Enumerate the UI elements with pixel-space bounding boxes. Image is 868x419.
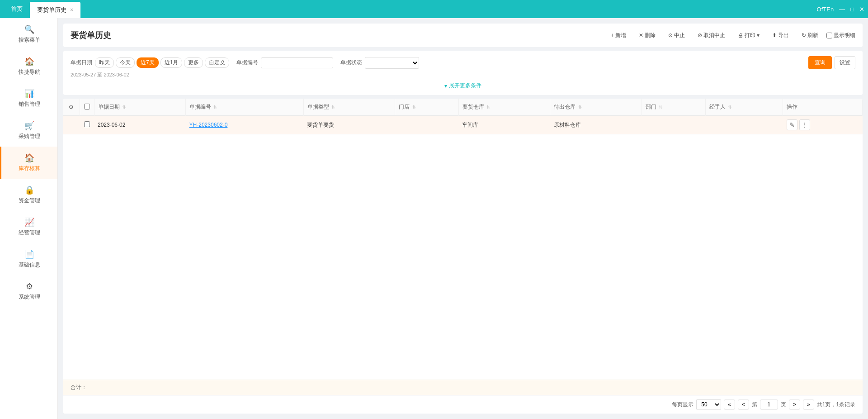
date-range-display: 2023-05-27 至 2023-06-02: [71, 71, 855, 78]
filter-status: 单据状态: [340, 57, 419, 69]
close-tab-icon[interactable]: ×: [70, 7, 73, 13]
print-dropdown-icon: ▾: [757, 32, 760, 38]
row-more-btn[interactable]: ⋮: [799, 119, 810, 130]
settings-button[interactable]: 设置: [835, 56, 855, 69]
date-filter-label: 单据日期: [71, 59, 92, 67]
operation-icon: 📈: [24, 217, 34, 227]
date-btn-7days[interactable]: 近7天: [137, 57, 159, 68]
main-layout: 🔍 搜索菜单 🏠 快捷导航 📊 销售管理 🛒 采购管理 🏠 库存核算 🔒 资金管…: [0, 18, 868, 419]
table-row: 2023-06-02 YH-20230602-0 要货单要货 车间库 原材料仓库: [63, 116, 863, 134]
filter-date: 单据日期 昨天 今天 近7天 近1月 更多 自定义: [71, 57, 229, 68]
sidebar-item-quick-nav[interactable]: 🏠 快捷导航: [0, 50, 57, 82]
sort-store-icon: ⇅: [412, 105, 416, 110]
sidebar-label-system: 系统管理: [19, 293, 40, 301]
top-bar-right: OfTEn — □ ✕: [817, 6, 864, 13]
col-settings: ⚙: [63, 99, 80, 116]
sidebar-item-finance[interactable]: 🔒 资金管理: [0, 179, 57, 211]
window-close-icon[interactable]: ✕: [859, 6, 864, 13]
sidebar-label-search-menu: 搜索菜单: [19, 36, 40, 44]
row-settings: [63, 116, 80, 134]
row-doc-date: 2023-06-02: [94, 116, 186, 134]
date-btn-1month[interactable]: 近1月: [160, 57, 183, 68]
row-handler: [705, 116, 783, 134]
print-button[interactable]: 🖨 打印 ▾: [733, 29, 764, 42]
sidebar-label-operation: 经营管理: [19, 229, 40, 237]
page-label: 第: [752, 401, 757, 409]
row-edit-btn[interactable]: ✎: [787, 119, 797, 130]
first-page-btn[interactable]: «: [724, 400, 735, 409]
sort-dept-icon: ⇅: [659, 105, 662, 110]
col-store: 门店 ⇅: [395, 99, 459, 116]
sidebar-label-inventory: 库存核算: [19, 165, 40, 172]
refresh-button[interactable]: ↻ 刷新: [797, 29, 823, 42]
status-select[interactable]: [365, 57, 419, 69]
query-area: 查询 设置: [808, 56, 855, 69]
page-number-input[interactable]: [760, 400, 778, 409]
per-page-label: 每页显示: [672, 401, 693, 409]
tab-active[interactable]: 要货单历史 ×: [30, 2, 80, 18]
row-operations: ✎ ⋮: [783, 116, 863, 134]
sidebar-item-purchase[interactable]: 🛒 采购管理: [0, 114, 57, 147]
sales-icon: 📊: [24, 89, 34, 99]
print-icon: 🖨: [738, 32, 743, 38]
sidebar-item-inventory[interactable]: 🏠 库存核算: [0, 147, 57, 179]
doc-no-label: 单据编号: [236, 59, 258, 67]
row-checkbox[interactable]: [84, 121, 90, 127]
basic-info-icon: 📄: [24, 249, 34, 259]
doc-no-input[interactable]: [261, 57, 333, 68]
col-doc-no: 单据编号 ⇅: [186, 99, 304, 116]
sidebar-item-search-menu[interactable]: 🔍 搜索菜单: [0, 18, 57, 50]
cancel-suspend-button[interactable]: ⊘ 取消中止: [693, 29, 730, 42]
row-doc-type: 要货单要货: [303, 116, 395, 134]
maximize-icon[interactable]: □: [850, 6, 854, 13]
sidebar-label-quick-nav: 快捷导航: [19, 68, 40, 76]
status-label: 单据状态: [340, 59, 362, 67]
delete-icon: ✕: [639, 32, 643, 38]
query-button[interactable]: 查询: [808, 56, 832, 69]
show-detail-checkbox[interactable]: [826, 33, 832, 38]
prev-page-btn[interactable]: <: [738, 400, 749, 409]
content-area: 要货单历史 + 新增 ✕ 删除 ⊘ 中止 ⊘ 取消中止 🖨 打印: [58, 18, 868, 419]
date-btn-today[interactable]: 今天: [116, 57, 135, 68]
row-department: [642, 116, 705, 134]
filter-area: 单据日期 昨天 今天 近7天 近1月 更多 自定义 单据编号: [63, 51, 863, 95]
row-store: [395, 116, 459, 134]
filter-row: 单据日期 昨天 今天 近7天 近1月 更多 自定义 单据编号: [71, 56, 855, 69]
date-btn-more[interactable]: 更多: [184, 57, 203, 68]
page-suffix: 页: [781, 401, 786, 409]
expand-icon: ▾: [444, 83, 447, 89]
date-btn-custom[interactable]: 自定义: [205, 57, 229, 68]
show-detail-toggle[interactable]: 显示明细: [826, 32, 855, 39]
export-button[interactable]: ⬆ 导出: [768, 29, 793, 42]
system-icon: ⚙: [26, 281, 33, 291]
expand-more-btn[interactable]: ▾ 展开更多条件: [71, 82, 855, 90]
delete-button[interactable]: ✕ 删除: [634, 29, 660, 42]
select-all-checkbox[interactable]: [84, 104, 90, 110]
sidebar-label-basic-info: 基础信息: [19, 261, 40, 269]
col-doc-type: 单据类型 ⇅: [303, 99, 395, 116]
date-btn-yesterday[interactable]: 昨天: [95, 57, 114, 68]
doc-no-link[interactable]: YH-20230602-0: [189, 122, 228, 128]
sidebar-item-system[interactable]: ⚙ 系统管理: [0, 275, 57, 307]
suspend-button[interactable]: ⊘ 中止: [664, 29, 689, 42]
search-menu-icon: 🔍: [24, 24, 34, 34]
sort-pending-wh-icon: ⇅: [578, 105, 582, 110]
last-page-btn[interactable]: »: [803, 400, 814, 409]
minimize-icon[interactable]: —: [839, 6, 845, 13]
sort-handler-icon: ⇅: [728, 105, 731, 110]
tab-home[interactable]: 首页: [4, 0, 30, 18]
header-actions: + 新增 ✕ 删除 ⊘ 中止 ⊘ 取消中止 🖨 打印 ▾: [606, 29, 855, 42]
sidebar-item-basic-info[interactable]: 📄 基础信息: [0, 243, 57, 275]
data-table: ⚙ 单据日期 ⇅ 单据编号 ⇅: [63, 99, 863, 134]
col-pending-warehouse: 待出仓库 ⇅: [550, 99, 642, 116]
next-page-btn[interactable]: >: [789, 400, 800, 409]
new-button[interactable]: + 新增: [606, 29, 631, 42]
sidebar-item-operation[interactable]: 📈 经营管理: [0, 211, 57, 243]
col-department: 部门 ⇅: [642, 99, 705, 116]
sidebar-item-sales[interactable]: 📊 销售管理: [0, 82, 57, 114]
col-req-warehouse: 要货仓库 ⇅: [458, 99, 550, 116]
row-req-warehouse: 车间库: [458, 116, 550, 134]
total-info: 共1页，1条记录: [817, 401, 855, 409]
col-checkbox: [80, 99, 94, 116]
per-page-select[interactable]: 10 20 50 100: [696, 399, 721, 410]
